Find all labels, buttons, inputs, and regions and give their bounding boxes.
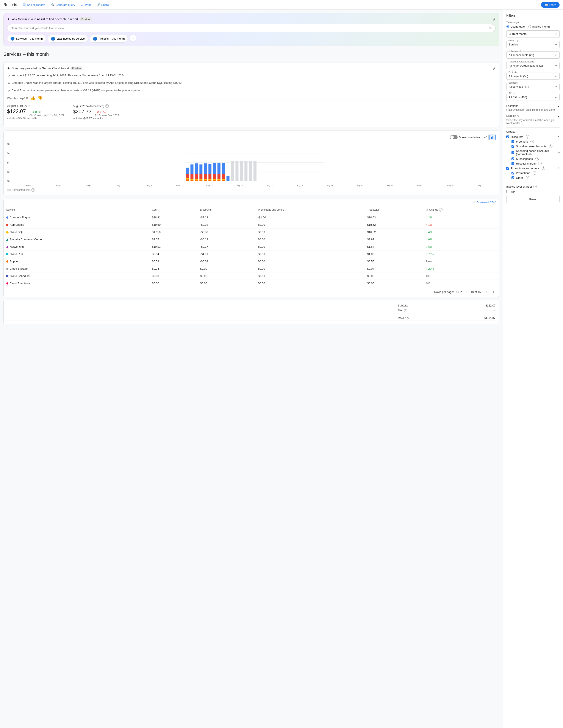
skus-select[interactable]: All SKUs (408) bbox=[506, 94, 560, 101]
thumbs-up-button[interactable]: 👍 bbox=[31, 96, 35, 101]
share-button[interactable]: 🔗 Share bbox=[94, 2, 111, 8]
svg-rect-30 bbox=[208, 174, 211, 179]
print-button[interactable]: 🖨 Print bbox=[78, 2, 93, 8]
thumbs-down-button[interactable]: 👎 bbox=[37, 96, 42, 101]
filters-sidebar: Filters › Time range Usage date Invoice … bbox=[503, 10, 563, 728]
free-tiers-checkbox[interactable]: Free tiers ? bbox=[512, 140, 560, 143]
projects-select[interactable]: All projects (55) bbox=[506, 73, 560, 80]
change-help-icon[interactable]: ? bbox=[439, 208, 443, 212]
folders-select-wrap: Folders & Organizations All folders/orga… bbox=[506, 62, 560, 69]
show-cumulative-toggle[interactable]: Show cumulative bbox=[450, 135, 480, 139]
other-checkbox[interactable]: Other ? bbox=[512, 176, 560, 179]
app-title: Reports bbox=[3, 3, 17, 7]
reseller-margin-checkbox[interactable]: Reseller margin ? bbox=[512, 162, 560, 165]
cost-cell: $17.50 bbox=[149, 229, 197, 236]
locations-header[interactable]: Locations ∨ bbox=[506, 104, 560, 107]
svg-rect-9 bbox=[186, 168, 189, 174]
discounts-checkbox[interactable]: Discounts ? ∧ bbox=[506, 135, 560, 138]
discounts-cell: -$0.98 bbox=[197, 221, 255, 229]
gemini-search-input[interactable] bbox=[11, 26, 489, 30]
usage-date-radio[interactable]: Usage date bbox=[506, 25, 525, 28]
rows-per-page-select[interactable]: 10 25 50 bbox=[455, 290, 463, 294]
labels-help-icon[interactable]: ? bbox=[515, 114, 519, 117]
summary-title: ✦ Summary provided by Gemini Cloud Assis… bbox=[7, 66, 82, 70]
svg-rect-42 bbox=[222, 174, 225, 179]
forecasted-help-icon[interactable]: ? bbox=[31, 188, 35, 192]
change-cell: 0% bbox=[424, 280, 499, 287]
expand-filters-button[interactable]: › bbox=[558, 13, 560, 18]
forecast-help-icon[interactable]: ? bbox=[105, 104, 109, 108]
quick-report-services[interactable]: 🔵 Services – this month bbox=[7, 35, 46, 43]
current-month-select[interactable]: Current month bbox=[506, 30, 560, 37]
quick-reports-next-button[interactable]: › bbox=[129, 35, 136, 42]
table-row: Cloud Functions $0.00 $0.00 $0.00 $0.00 … bbox=[4, 280, 499, 287]
generate-query-button[interactable]: 🔍 Generate query bbox=[48, 2, 78, 8]
promotions-collapse-button[interactable]: ∧ bbox=[557, 166, 560, 170]
quick-report-last-invoice[interactable]: 🔵 Last invoice by service bbox=[48, 35, 88, 43]
svg-rect-50 bbox=[249, 161, 252, 181]
y-label-4: $4 bbox=[7, 162, 9, 164]
subscriptions-help-icon[interactable]: ? bbox=[535, 157, 539, 160]
see-all-reports-button[interactable]: ☰ See all reports bbox=[20, 2, 48, 8]
printer-icon: 🖨 bbox=[81, 3, 84, 6]
service-shape-icon bbox=[6, 224, 8, 226]
other-help-icon[interactable]: ? bbox=[526, 176, 529, 179]
sustained-use-help-icon[interactable]: ? bbox=[549, 145, 552, 148]
tax-checkbox[interactable]: Tax bbox=[506, 190, 560, 193]
collapse-summary-button[interactable]: ∧ bbox=[493, 66, 496, 71]
services-select[interactable]: All services (47) bbox=[506, 83, 560, 90]
reset-filters-button[interactable]: Reset bbox=[506, 196, 560, 203]
free-tiers-help-icon[interactable]: ? bbox=[530, 140, 534, 143]
subscriptions-checkbox[interactable]: Subscriptions ? bbox=[512, 157, 560, 160]
table-row: Cloud Run $5.94 -$4.91 $0.00 $1.02 ↓ 76% bbox=[4, 250, 499, 258]
service-shape-icon bbox=[6, 216, 8, 219]
svg-rect-29 bbox=[208, 164, 211, 174]
line-chart-button[interactable] bbox=[483, 134, 489, 140]
svg-rect-14 bbox=[190, 174, 193, 179]
labels-header: Labels ? ∨ bbox=[506, 114, 560, 117]
spending-based-help-icon[interactable]: ? bbox=[557, 151, 560, 154]
service-shape-icon bbox=[6, 246, 8, 248]
learn-icon: 📖 bbox=[544, 3, 548, 6]
subtotal-cell: $0.00 bbox=[365, 280, 424, 287]
invoice-charges-help-icon[interactable]: ? bbox=[533, 185, 537, 188]
tax-help-icon[interactable]: ? bbox=[404, 309, 407, 312]
promotions-checkbox[interactable]: Promotions ? bbox=[512, 171, 560, 175]
forecasted-cost-label: Forecasted cost ? bbox=[7, 188, 496, 192]
invoice-month-radio[interactable]: Invoice month bbox=[528, 25, 550, 28]
x-axis-labels: Aug 1 Aug 3 Aug 5 Aug 7 Aug 9 Aug 11 Aug… bbox=[14, 184, 496, 187]
quick-report-projects[interactable]: 🔵 Projects – this month bbox=[90, 35, 128, 43]
subtotal-cell: $0.04 bbox=[365, 265, 424, 272]
promotions-others-help-icon[interactable]: ? bbox=[542, 166, 545, 170]
bar-chart-button[interactable] bbox=[490, 134, 496, 140]
time-range-section: Time range Usage date Invoice month Curr… bbox=[506, 21, 560, 37]
service-shape-icon bbox=[6, 275, 8, 277]
group-by-select[interactable]: Service bbox=[506, 41, 560, 48]
next-page-button[interactable]: › bbox=[492, 289, 496, 295]
collapse-gemini-button[interactable]: ∧ bbox=[493, 17, 496, 22]
promotions-cell: $0.00 bbox=[255, 236, 365, 243]
promotions-help-icon[interactable]: ? bbox=[533, 171, 536, 175]
service-cell: Networking bbox=[4, 243, 149, 250]
subaccounts-select[interactable]: All subaccounts (27) bbox=[506, 51, 560, 59]
svg-rect-39 bbox=[217, 179, 220, 180]
svg-rect-36 bbox=[213, 180, 216, 181]
sustained-use-checkbox[interactable]: Sustained use discounts ? bbox=[512, 145, 560, 148]
spending-based-checkbox[interactable]: Spending based discounts (contractual) ? bbox=[512, 149, 560, 156]
prev-page-button[interactable]: ‹ bbox=[484, 289, 488, 295]
forecasted-swatch bbox=[7, 189, 11, 191]
reseller-margin-help-icon[interactable]: ? bbox=[538, 162, 542, 165]
svg-rect-47 bbox=[235, 161, 238, 181]
total-help-icon[interactable]: ? bbox=[406, 316, 409, 319]
subtotal-cell: $1.64 bbox=[365, 243, 424, 250]
learn-button[interactable]: 📖 Learn bbox=[541, 2, 560, 8]
toggle-switch[interactable] bbox=[450, 135, 458, 139]
download-csv-button[interactable]: ⬇ Download CSV bbox=[473, 201, 496, 204]
folders-select[interactable]: All folders/organizations (28) bbox=[506, 62, 560, 69]
gemini-input-row[interactable]: ✎ bbox=[7, 24, 496, 32]
promotions-others-checkbox[interactable]: Promotions and others ? ∧ bbox=[506, 166, 560, 170]
group-by-section: Group by Service bbox=[506, 41, 560, 48]
discounts-collapse-button[interactable]: ∧ bbox=[557, 135, 560, 138]
discounts-help-icon[interactable]: ? bbox=[526, 135, 529, 138]
chart-card: Show cumulative $8 $6 $4 $2 $0 bbox=[3, 131, 499, 195]
